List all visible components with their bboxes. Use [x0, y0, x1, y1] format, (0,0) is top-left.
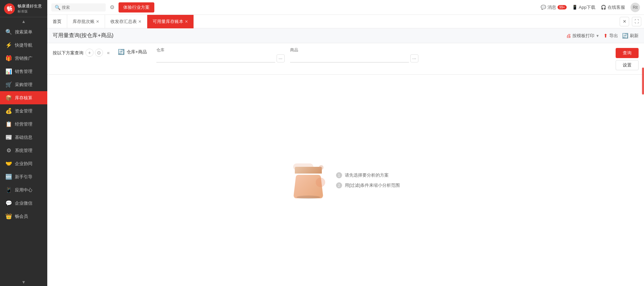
- sidebar-scroll-up[interactable]: ▲: [0, 17, 47, 25]
- tip-1-number: 1: [336, 172, 342, 178]
- empty-tips: 1 请先选择要分析的方案 2 用[过滤]条件来缩小分析范围: [336, 172, 400, 188]
- export-icon: ⬆: [603, 33, 608, 39]
- warehouse-input[interactable]: [156, 54, 275, 62]
- print-label: 按模板打印: [572, 33, 594, 39]
- sidebar-item-system[interactable]: ⚙ 系统管理: [0, 144, 47, 157]
- filter-add-button[interactable]: +: [85, 49, 94, 57]
- app-download-button[interactable]: 📱 App下载: [572, 4, 595, 10]
- filter-settings-button[interactable]: ⊙: [95, 49, 103, 57]
- sidebar-item-member[interactable]: 👑 畅会员: [0, 210, 47, 223]
- sidebar-item-appstore[interactable]: 📱 应用中心: [0, 183, 47, 197]
- handshake-icon: 🤝: [5, 160, 12, 167]
- tip-2-number: 2: [336, 182, 342, 188]
- chart-icon: 📊: [5, 68, 12, 75]
- tab-batch-account[interactable]: 库存批次账 ✕: [67, 15, 105, 28]
- industry-solution-button[interactable]: 体验行业方案: [119, 2, 154, 12]
- search-icon: 🔍: [55, 5, 60, 10]
- empty-tip-2: 2 用[过滤]条件来缩小分析范围: [336, 182, 400, 188]
- search-input[interactable]: [62, 5, 102, 10]
- query-button[interactable]: 查询: [616, 48, 639, 58]
- sidebar-item-enterprise[interactable]: 🤝 企业协同: [0, 157, 47, 170]
- sidebar-item-label: 销售管理: [15, 69, 32, 75]
- refresh-button[interactable]: 🔄 刷新: [622, 33, 639, 39]
- tab-close-icon[interactable]: ✕: [185, 19, 188, 24]
- tip-1-text: 请先选择要分析的方案: [345, 172, 389, 178]
- topbar-search-box[interactable]: 🔍: [51, 3, 106, 11]
- product-field-group: 商品 ···: [290, 47, 418, 62]
- sidebar-item-label: 采购管理: [15, 82, 32, 88]
- money-icon: 💰: [5, 108, 12, 114]
- tab-close-icon[interactable]: ✕: [96, 19, 99, 24]
- sidebar-item-label: 快捷导航: [15, 42, 32, 48]
- empty-tip-1: 1 请先选择要分析的方案: [336, 172, 400, 178]
- online-service-button[interactable]: 🎧 在线客服: [601, 4, 625, 10]
- sidebar-item-search[interactable]: 🔍 搜索菜单: [0, 25, 47, 38]
- sidebar-item-purchase[interactable]: 🛒 采购管理: [0, 78, 47, 91]
- tab-home[interactable]: 首页: [47, 15, 67, 28]
- mobile-icon: 📱: [572, 5, 577, 10]
- sidebar-item-newbie[interactable]: 🆕 新手引导: [0, 170, 47, 183]
- chat-icon: 💬: [5, 200, 12, 206]
- sidebar-item-sales[interactable]: 📊 销售管理: [0, 65, 47, 78]
- sidebar-scroll-down[interactable]: ▼: [0, 278, 47, 286]
- message-button[interactable]: 💬 消息 99+: [541, 4, 567, 10]
- clipboard-icon: 📋: [5, 121, 12, 127]
- tab-label: 首页: [53, 19, 61, 25]
- right-scrollbar[interactable]: [642, 68, 644, 95]
- warehouse-field-label: 仓库: [156, 47, 285, 53]
- filter-panel: 按以下方案查询 + ⊙ « 🔄 仓库+商品 仓库 ···: [47, 43, 644, 75]
- online-service-label: 在线客服: [608, 4, 625, 10]
- tabs-bar: 首页 库存批次账 ✕ 收发存汇总表 ✕ 可用量库存账本 ✕ ✕ ⛶: [47, 15, 644, 28]
- expand-button[interactable]: ⛶: [632, 17, 641, 26]
- sidebar-item-label: 基础信息: [15, 134, 32, 140]
- export-button[interactable]: ⬆ 导出: [603, 33, 618, 39]
- topbar-right: 💬 消息 99+ 📱 App下载 🎧 在线客服 Rit: [541, 3, 640, 12]
- tab-collect-summary[interactable]: 收发存汇总表 ✕: [105, 15, 147, 28]
- sidebar-item-operations[interactable]: 📋 经营管理: [0, 118, 47, 131]
- refresh-icon: 🔄: [622, 33, 628, 39]
- new-icon: 🆕: [5, 174, 12, 180]
- app-logo-icon: 畅: [4, 3, 15, 14]
- empty-box-shadow: [297, 196, 320, 199]
- warehouse-lookup-button[interactable]: ···: [277, 54, 285, 62]
- product-input[interactable]: [290, 54, 409, 62]
- message-icon: 💬: [541, 5, 546, 10]
- content-area: 按以下方案查询 + ⊙ « 🔄 仓库+商品 仓库 ···: [47, 43, 644, 286]
- sidebar-item-basic[interactable]: 📰 基础信息: [0, 131, 47, 144]
- tab-available-stock[interactable]: 可用量库存账本 ✕: [147, 15, 194, 28]
- sidebar-item-label: 经营管理: [15, 121, 32, 127]
- product-lookup-button[interactable]: ···: [410, 54, 418, 62]
- print-dropdown-icon[interactable]: ▼: [596, 34, 599, 38]
- sidebar-item-stock[interactable]: 📦 库存核算: [0, 91, 47, 104]
- crown-icon: 👑: [5, 213, 12, 219]
- tabs-right-controls: ✕ ⛶: [620, 17, 644, 26]
- warehouse-field-group: 仓库 ···: [156, 47, 285, 62]
- print-button[interactable]: 🖨 按模板打印 ▼: [566, 33, 599, 39]
- filter-scheme-warehouse-product[interactable]: 🔄 仓库+商品: [115, 47, 150, 56]
- print-icon: 🖨: [566, 33, 571, 38]
- sidebar-item-quicknav[interactable]: ⚡ 快捷导航: [0, 38, 47, 52]
- page-title: 可用量查询(按仓库+商品): [53, 32, 566, 39]
- empty-box-top: [295, 167, 322, 174]
- tab-close-icon[interactable]: ✕: [138, 19, 141, 24]
- sidebar-item-wechat[interactable]: 💬 企业微信: [0, 197, 47, 210]
- tab-label: 可用量库存账本: [153, 19, 183, 25]
- right-action-buttons: 查询 设置: [616, 48, 639, 70]
- scheme-label: 仓库+商品: [127, 49, 147, 55]
- sidebar-item-finance[interactable]: 💰 资金管理: [0, 104, 47, 118]
- settings-icon[interactable]: ⚙: [108, 3, 116, 12]
- sidebar-item-label: 库存核算: [15, 95, 32, 101]
- sidebar-item-label: 系统管理: [15, 148, 32, 154]
- sidebar-item-marketing[interactable]: 🎁 营销推广: [0, 52, 47, 65]
- filter-label: 按以下方案查询: [53, 50, 83, 56]
- user-avatar[interactable]: Rit: [630, 3, 640, 12]
- page-actions: 🖨 按模板打印 ▼ ⬆ 导出 🔄 刷新: [566, 33, 639, 39]
- tab-label: 收发存汇总表: [110, 19, 137, 25]
- box-icon: 📦: [5, 95, 12, 101]
- newspaper-icon: 📰: [5, 134, 12, 140]
- sidebar-logo: 畅 畅康通好生意 标准版: [0, 0, 47, 17]
- app-name: 畅康通好生意: [18, 4, 42, 9]
- close-all-tabs-button[interactable]: ✕: [620, 17, 629, 26]
- settings-button[interactable]: 设置: [616, 60, 639, 70]
- filter-collapse-button[interactable]: «: [104, 49, 112, 57]
